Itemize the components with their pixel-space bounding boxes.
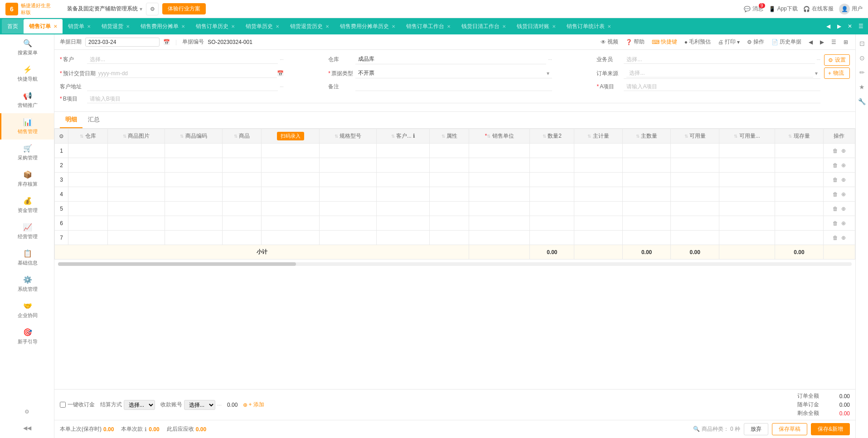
operation-button[interactable]: ⚙ 操作 bbox=[745, 37, 766, 47]
tab-sales-order[interactable]: 销售订单 ✕ bbox=[24, 19, 63, 34]
sidebar-item-sales[interactable]: 📊 销售管理 bbox=[0, 113, 54, 140]
staff-input[interactable] bbox=[624, 55, 815, 64]
nav-close-all-icon[interactable]: ✕ bbox=[844, 21, 855, 32]
close-tab-icon[interactable]: ✕ bbox=[607, 24, 611, 29]
view-button[interactable]: 👁 视频 bbox=[599, 37, 620, 47]
row-delete-icon[interactable]: 🗑 bbox=[833, 162, 838, 168]
print-button[interactable]: 🖨 打印 ▾ bbox=[716, 37, 742, 47]
row-copy-icon[interactable]: ⊕ bbox=[841, 162, 846, 168]
tab-fee-split[interactable]: 销售费用分摊单 ✕ bbox=[135, 19, 190, 34]
remarks-input[interactable] bbox=[355, 82, 552, 91]
row-copy-icon[interactable]: ⊕ bbox=[841, 148, 846, 154]
scrollbar-thumb[interactable] bbox=[58, 262, 296, 266]
one-click-checkbox-label[interactable]: 一键收订金 bbox=[60, 401, 95, 409]
right-panel-icon-3[interactable]: ✏ bbox=[857, 67, 868, 78]
save-draft-button[interactable]: 保存草稿 bbox=[772, 423, 807, 435]
tab-summary[interactable]: 汇总 bbox=[82, 112, 105, 128]
tab-sales-history[interactable]: 销货单历史 ✕ bbox=[240, 19, 285, 34]
sidebar-item-collab[interactable]: 🤝 企业协同 bbox=[0, 297, 54, 323]
order-source-input[interactable] bbox=[626, 69, 813, 77]
tab-detail[interactable]: 明细 bbox=[60, 112, 82, 128]
discard-button[interactable]: 放弃 bbox=[744, 423, 768, 435]
right-panel-icon-4[interactable]: ★ bbox=[857, 82, 868, 92]
tab-stats[interactable]: 销售订单统计表 ✕ bbox=[561, 19, 616, 34]
row-copy-icon[interactable]: ⊕ bbox=[841, 177, 846, 183]
prev-record-icon[interactable]: ◀ bbox=[807, 38, 815, 46]
close-tab-icon[interactable]: ✕ bbox=[552, 24, 556, 29]
system-title[interactable]: 装备及固定资产辅助管理系统 ▾ bbox=[63, 5, 142, 13]
close-tab-icon[interactable]: ✕ bbox=[126, 24, 130, 29]
sidebar-collapse-icon[interactable]: ◀◀ bbox=[21, 422, 34, 434]
tab-return[interactable]: 销货退货 ✕ bbox=[96, 19, 135, 34]
one-click-checkbox[interactable] bbox=[60, 402, 66, 408]
right-panel-icon-5[interactable]: 🔧 bbox=[857, 96, 868, 107]
right-panel-icon-2[interactable]: ⊙ bbox=[857, 53, 868, 63]
close-tab-icon[interactable]: ✕ bbox=[325, 24, 329, 29]
settings-config-button[interactable]: ⚙ 设置 bbox=[824, 54, 850, 66]
scan-button[interactable]: 扫码录入 bbox=[277, 132, 304, 140]
user-button[interactable]: 👤 用户 bbox=[839, 4, 863, 14]
b-project-input[interactable] bbox=[87, 95, 820, 103]
tab-cash-reconcile[interactable]: 钱货日清对账 ✕ bbox=[511, 19, 561, 34]
settings-icon[interactable]: ⚙ bbox=[146, 3, 159, 15]
row-delete-icon[interactable]: 🗑 bbox=[833, 220, 838, 226]
payment-method-select[interactable]: 选择... bbox=[124, 400, 155, 410]
sidebar-item-system[interactable]: ⚙️ 系统管理 bbox=[0, 271, 54, 297]
row-delete-icon[interactable]: 🗑 bbox=[833, 206, 838, 212]
sidebar-settings-icon[interactable]: ⚙ bbox=[21, 405, 34, 418]
industry-button[interactable]: 体验行业方案 bbox=[162, 3, 206, 14]
save-new-button[interactable]: 保存&新增 bbox=[811, 423, 850, 435]
tab-fee-history[interactable]: 销售费用分摊单历史 ✕ bbox=[335, 19, 401, 34]
close-tab-icon[interactable]: ✕ bbox=[87, 24, 91, 29]
grid-view-icon[interactable]: ⊞ bbox=[842, 38, 850, 46]
customer-address-input[interactable] bbox=[87, 82, 278, 91]
scrollbar-track[interactable] bbox=[58, 262, 852, 266]
close-tab-icon[interactable]: ✕ bbox=[276, 24, 279, 29]
sidebar-item-inventory[interactable]: 📦 库存核算 bbox=[0, 166, 54, 192]
profit-button[interactable]: ● 毛利预估 bbox=[683, 37, 713, 47]
sidebar-item-nav[interactable]: ⚡ 快捷导航 bbox=[0, 61, 54, 87]
row-delete-icon[interactable]: 🗑 bbox=[833, 235, 838, 241]
nav-prev-icon[interactable]: ◀ bbox=[823, 21, 834, 32]
calendar-icon[interactable]: 📅 bbox=[163, 39, 170, 45]
sidebar-item-basic[interactable]: 📋 基础信息 bbox=[0, 245, 54, 271]
tab-workbench[interactable]: 销售订单工作台 ✕ bbox=[401, 19, 456, 34]
close-tab-icon[interactable]: ✕ bbox=[53, 24, 57, 29]
logistics-button[interactable]: + 物流 bbox=[824, 67, 850, 79]
close-tab-icon[interactable]: ✕ bbox=[181, 24, 185, 29]
tab-sales-single[interactable]: 销货单 ✕ bbox=[63, 19, 96, 34]
close-tab-icon[interactable]: ✕ bbox=[447, 24, 451, 29]
row-copy-icon[interactable]: ⊕ bbox=[841, 191, 846, 197]
add-button[interactable]: ⊕ + 添加 bbox=[243, 401, 264, 409]
a-project-input[interactable] bbox=[624, 82, 820, 91]
order-source-select[interactable]: ▾ bbox=[624, 68, 820, 79]
date-input[interactable] bbox=[85, 38, 160, 47]
close-tab-icon[interactable]: ✕ bbox=[392, 24, 395, 29]
tab-cash-workbench[interactable]: 钱货日清工作台 ✕ bbox=[456, 19, 511, 34]
online-service-button[interactable]: 🎧 在线客服 bbox=[803, 5, 834, 13]
row-delete-icon[interactable]: 🗑 bbox=[833, 177, 838, 183]
sidebar-item-purchase[interactable]: 🛒 采购管理 bbox=[0, 140, 54, 166]
row-copy-icon[interactable]: ⊕ bbox=[841, 235, 846, 241]
invoice-select[interactable]: 不开票 ▾ bbox=[355, 68, 552, 78]
app-download-button[interactable]: 📱 App下载 bbox=[769, 5, 798, 13]
receipt-account-select[interactable]: 选择... bbox=[184, 400, 215, 410]
delivery-date-input[interactable] bbox=[96, 69, 277, 78]
customer-input[interactable] bbox=[87, 55, 278, 64]
history-button[interactable]: 📄 历史单据 bbox=[770, 37, 803, 47]
sidebar-item-guide[interactable]: 🎯 新手引导 bbox=[0, 323, 54, 350]
message-button[interactable]: 💬 消息 9 bbox=[744, 5, 763, 13]
close-tab-icon[interactable]: ✕ bbox=[502, 24, 506, 29]
next-record-icon[interactable]: ▶ bbox=[818, 38, 826, 46]
sidebar-item-operations[interactable]: 📈 经营管理 bbox=[0, 218, 54, 245]
tab-order-history[interactable]: 销售订单历史 ✕ bbox=[190, 19, 240, 34]
right-panel-icon-1[interactable]: ⊡ bbox=[857, 38, 868, 49]
row-copy-icon[interactable]: ⊕ bbox=[841, 220, 846, 226]
row-delete-icon[interactable]: 🗑 bbox=[833, 148, 838, 154]
row-delete-icon[interactable]: 🗑 bbox=[833, 191, 838, 197]
sidebar-item-search[interactable]: 🔍 搜索菜单 bbox=[0, 34, 54, 61]
nav-menu-icon[interactable]: ☰ bbox=[855, 21, 866, 32]
address-more-icon[interactable]: ··· bbox=[280, 84, 283, 89]
help-button[interactable]: ❓ 帮助 bbox=[624, 37, 646, 47]
tab-return-history[interactable]: 销货退货历史 ✕ bbox=[285, 19, 335, 34]
